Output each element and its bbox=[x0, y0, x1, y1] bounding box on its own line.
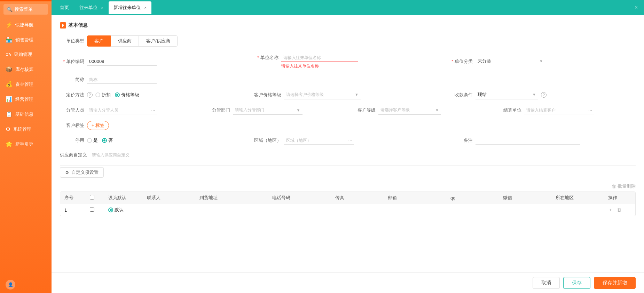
sidebar: 🔍 搜索菜单 ⚡ 快捷导航 🏪 销售管理 🛍 采购管理 📦 库存核算 💰 资金管… bbox=[0, 0, 52, 293]
sidebar-item-inventory[interactable]: 📦 库存核算 bbox=[0, 62, 52, 77]
sidebar-item-quick-nav[interactable]: ⚡ 快捷导航 bbox=[0, 17, 52, 32]
payment-question-icon[interactable]: ? bbox=[541, 92, 547, 98]
fax-input[interactable] bbox=[335, 207, 363, 213]
email-input[interactable] bbox=[388, 207, 423, 213]
sidebar-item-purchase[interactable]: 🛍 采购管理 bbox=[0, 47, 52, 62]
tab-new-contact-label: 新增往来单位 bbox=[113, 5, 141, 11]
remark-input[interactable] bbox=[476, 136, 580, 145]
tab-contacts[interactable]: 往来单位 × bbox=[74, 1, 108, 14]
contact-input[interactable] bbox=[147, 207, 175, 213]
bottom-bar: 取消 保存 保存并新增 bbox=[52, 272, 644, 293]
address-input[interactable] bbox=[199, 207, 241, 213]
dept-chevron-down-icon: ▼ bbox=[297, 108, 300, 112]
shortname-label: 简称 bbox=[60, 76, 84, 83]
cell-fax[interactable] bbox=[331, 204, 384, 216]
pricing-radio-discount[interactable]: 折扣 bbox=[95, 92, 111, 98]
sidebar-item-finance[interactable]: 💰 资金管理 bbox=[0, 77, 52, 92]
category-group: 单位分类 未分类 ▼ bbox=[448, 57, 636, 66]
cell-region[interactable] bbox=[551, 204, 604, 216]
tab-new-contact-close[interactable]: × bbox=[144, 6, 146, 10]
cell-qq[interactable] bbox=[446, 204, 499, 216]
th-phone: 电话号码 bbox=[268, 192, 331, 204]
table: 序号 设为默认 联系人 到货地址 电话号码 传真 邮箱 qq 微信 所在地区 操… bbox=[60, 192, 635, 216]
default-radio[interactable]: 默认 bbox=[108, 207, 138, 213]
pricing-radio-grade[interactable]: 价格等级 bbox=[115, 92, 139, 98]
th-checkbox[interactable] bbox=[86, 192, 104, 204]
sidebar-item-sales[interactable]: 🏪 销售管理 bbox=[0, 32, 52, 47]
dept-label: 分管部门 bbox=[206, 107, 230, 113]
pricing-question-icon[interactable]: ? bbox=[87, 92, 93, 98]
customer-level-select[interactable]: 请选择客户等级 ▼ bbox=[378, 106, 441, 115]
shortname-input[interactable] bbox=[87, 75, 157, 84]
region-cell-input[interactable] bbox=[556, 207, 583, 213]
name-label: 单位名称 bbox=[254, 55, 278, 61]
customer-price-select[interactable]: 请选择客户价格等级 ▼ bbox=[284, 90, 361, 99]
code-input[interactable] bbox=[87, 57, 157, 66]
sidebar-item-label: 系统管理 bbox=[13, 126, 31, 132]
cell-contact[interactable] bbox=[143, 204, 195, 216]
dept-select[interactable]: 请输入分管部门 ▼ bbox=[233, 106, 303, 115]
table-header-row: 序号 设为默认 联系人 到货地址 电话号码 传真 邮箱 qq 微信 所在地区 操… bbox=[60, 192, 635, 204]
name-input[interactable] bbox=[281, 54, 358, 62]
select-all-checkbox[interactable] bbox=[90, 195, 94, 200]
tab-new-contact[interactable]: 新增往来单位 × bbox=[109, 1, 151, 14]
save-new-button[interactable]: 保存并新增 bbox=[594, 277, 636, 289]
type-btn-customer[interactable]: 客户 bbox=[87, 35, 111, 47]
payment-select[interactable]: 现结 ▼ bbox=[476, 90, 538, 99]
manager-more-icon[interactable]: ··· bbox=[150, 107, 157, 113]
remark-label: 备注 bbox=[448, 137, 473, 144]
sidebar-item-label: 资金管理 bbox=[15, 81, 33, 88]
cell-checkbox[interactable] bbox=[86, 204, 104, 216]
radio-grade-icon bbox=[115, 92, 120, 97]
custom-settings-button[interactable]: ⚙ 自定义项设置 bbox=[60, 167, 104, 178]
sidebar-item-operations[interactable]: 📊 经营管理 bbox=[0, 92, 52, 107]
phone-input[interactable] bbox=[272, 207, 307, 213]
wechat-input[interactable] bbox=[503, 207, 531, 213]
cell-phone[interactable] bbox=[268, 204, 331, 216]
settle-unit-more-icon[interactable]: ··· bbox=[587, 107, 594, 113]
type-btn-both[interactable]: 客户/供应商 bbox=[139, 35, 178, 47]
settle-unit-label: 结算单位 bbox=[497, 107, 521, 113]
customer-price-placeholder: 请选择客户价格等级 bbox=[286, 92, 353, 98]
settle-unit-input[interactable] bbox=[524, 106, 587, 114]
category-select[interactable]: 未分类 ▼ bbox=[476, 57, 545, 66]
manager-input[interactable] bbox=[87, 106, 150, 114]
cell-address[interactable] bbox=[195, 204, 268, 216]
sidebar-item-basic[interactable]: 📋 基础信息 bbox=[0, 107, 52, 122]
code-name-category-row: 单位编码 单位名称 请输入往来单位名称 单位分类 未分类 ▼ bbox=[60, 54, 636, 69]
save-button[interactable]: 保存 bbox=[563, 277, 590, 289]
sidebar-item-system[interactable]: ⚙ 系统管理 bbox=[0, 122, 52, 137]
row-checkbox[interactable] bbox=[90, 207, 94, 212]
tab-bar-close[interactable]: × bbox=[632, 3, 641, 12]
divider bbox=[60, 165, 636, 166]
payment-chevron-down-icon: ▼ bbox=[532, 92, 536, 97]
tab-contacts-close[interactable]: × bbox=[101, 6, 103, 10]
type-btn-supplier[interactable]: 供应商 bbox=[111, 35, 139, 47]
supplier-custom-input[interactable] bbox=[90, 151, 159, 159]
add-row-icon[interactable]: ＋ bbox=[608, 207, 613, 212]
cancel-button[interactable]: 取消 bbox=[533, 277, 560, 289]
cell-email[interactable] bbox=[384, 204, 446, 216]
avatar: 👤 bbox=[6, 280, 15, 290]
region-group: 区域（地区） ··· bbox=[254, 136, 441, 145]
region-more-icon[interactable]: ··· bbox=[347, 138, 354, 143]
payment-group: 收款条件 现结 ▼ ? bbox=[448, 90, 636, 99]
region-input[interactable] bbox=[284, 136, 347, 144]
cell-wechat[interactable] bbox=[499, 204, 551, 216]
sidebar-item-guide[interactable]: 🌟 新手引导 bbox=[0, 137, 52, 152]
supplier-custom-row: 供应商自定义 bbox=[60, 151, 636, 159]
cell-default[interactable]: 默认 bbox=[104, 204, 142, 216]
disabled-yes-radio[interactable]: 是 bbox=[87, 137, 98, 144]
sidebar-item-label: 采购管理 bbox=[14, 51, 32, 58]
tab-home[interactable]: 首页 bbox=[55, 2, 74, 13]
section-icon: F bbox=[60, 22, 66, 29]
disabled-no-radio[interactable]: 否 bbox=[102, 137, 113, 144]
name-group: 单位名称 请输入往来单位名称 bbox=[254, 54, 441, 69]
qq-input[interactable] bbox=[450, 207, 478, 213]
delete-row-icon[interactable]: 🗑 bbox=[617, 207, 621, 212]
content-area: F 基本信息 单位类型 客户 供应商 客户/供应商 单位编码 单位名称 bbox=[52, 15, 644, 272]
sidebar-search[interactable]: 🔍 搜索菜单 bbox=[3, 4, 48, 15]
customer-price-label: 客户价格等级 bbox=[254, 92, 281, 98]
add-tag-button[interactable]: + 标签 bbox=[87, 121, 109, 130]
bulk-delete[interactable]: 🗑 批量删除 bbox=[60, 183, 636, 189]
